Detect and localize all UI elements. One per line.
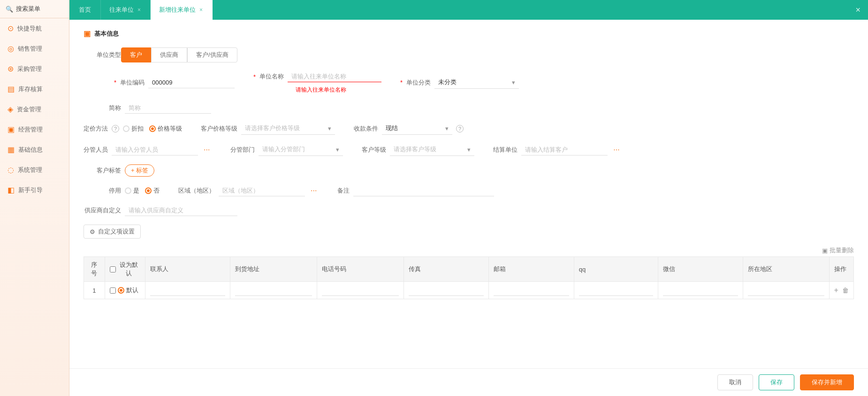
payment-terms-chevron: ▾ bbox=[445, 125, 449, 132]
row-wechat bbox=[658, 282, 743, 299]
dept-chevron: ▾ bbox=[336, 146, 339, 153]
sidebar-search[interactable]: 🔍 搜索菜单 bbox=[0, 0, 69, 18]
sidebar-item-inventory[interactable]: ▤ 库存核算 bbox=[0, 79, 69, 99]
sidebar-item-finance[interactable]: ◈ 资金管理 bbox=[0, 99, 69, 119]
sidebar-item-label: 采购管理 bbox=[17, 65, 42, 73]
sidebar-item-purchase[interactable]: ⊛ 采购管理 bbox=[0, 59, 69, 79]
pricing-discount-circle bbox=[123, 125, 129, 132]
payment-terms-select[interactable]: 现结 ▾ bbox=[382, 122, 452, 135]
type-btn-both[interactable]: 客户/供应商 bbox=[187, 47, 237, 62]
payment-terms-help-icon[interactable]: ? bbox=[456, 125, 464, 132]
cancel-button[interactable]: 取消 bbox=[717, 374, 753, 390]
manager-ellipsis[interactable]: ··· bbox=[202, 146, 212, 154]
section-title: 基本信息 bbox=[94, 30, 119, 38]
tab-transactions-close[interactable]: × bbox=[137, 6, 142, 14]
dept-placeholder: 请输入分管部门 bbox=[262, 145, 305, 154]
pricing-level[interactable]: 价格等级 bbox=[149, 124, 182, 133]
row-disabled: 停用 是 否 区域（地区） ··· 备注 bbox=[84, 185, 854, 196]
region-table-input[interactable] bbox=[748, 285, 824, 296]
unit-name-group: * 单位名称 请输入往来单位名称 bbox=[253, 71, 381, 94]
address-input[interactable] bbox=[235, 285, 312, 296]
fax-input[interactable] bbox=[409, 285, 484, 296]
supplier-custom-input[interactable] bbox=[125, 205, 237, 216]
row-manager: 分管人员 ··· 分管部门 请输入分管部门 ▾ 客户等级 请选择客户等级 ▾ 结… bbox=[84, 143, 854, 156]
customer-level-select[interactable]: 请选择客户等级 ▾ bbox=[390, 143, 474, 156]
batch-delete-label[interactable]: 批量删除 bbox=[830, 246, 854, 255]
tab-new-transaction[interactable]: 新增往来单位 × bbox=[151, 0, 213, 20]
remark-input[interactable] bbox=[353, 185, 494, 196]
row-fax bbox=[404, 282, 489, 299]
region-input[interactable] bbox=[219, 185, 305, 196]
row-tag: 客户标签 + 标签 bbox=[84, 164, 854, 177]
manager-input[interactable] bbox=[112, 144, 198, 155]
phone-input[interactable] bbox=[322, 285, 399, 296]
wechat-input[interactable] bbox=[663, 285, 738, 296]
row-phone bbox=[317, 282, 404, 299]
unit-code-label-text: 单位编码 bbox=[120, 78, 145, 87]
sidebar-item-base-info[interactable]: ▦ 基础信息 bbox=[0, 140, 69, 160]
remark-label: 备注 bbox=[337, 186, 350, 195]
tab-transactions[interactable]: 往来单位 × bbox=[101, 0, 151, 20]
pricing-discount[interactable]: 折扣 bbox=[123, 124, 144, 133]
quick-nav-icon: ⊙ bbox=[8, 24, 14, 33]
row-default-radio[interactable]: 默认 bbox=[118, 286, 138, 295]
type-btn-supplier[interactable]: 供应商 bbox=[151, 47, 187, 62]
row-checkbox[interactable] bbox=[110, 287, 116, 294]
qq-input[interactable] bbox=[579, 285, 653, 296]
unit-type-row: 单位类型 客户 供应商 客户/供应商 bbox=[84, 47, 854, 62]
customer-level-group: 客户等级 请选择客户等级 ▾ bbox=[362, 143, 474, 156]
save-button[interactable]: 保存 bbox=[759, 374, 794, 390]
col-qq: qq bbox=[574, 257, 658, 282]
row-email bbox=[489, 282, 574, 299]
remark-group: 备注 bbox=[337, 185, 494, 196]
batch-delete-icon: ▣ bbox=[822, 247, 828, 254]
sidebar-item-guide[interactable]: ◧ 新手引导 bbox=[0, 180, 69, 200]
purchase-icon: ⊛ bbox=[8, 64, 14, 73]
manager-label: 分管人员 bbox=[84, 146, 108, 154]
section-header: ▣ 基本信息 bbox=[84, 29, 854, 38]
sidebar-item-operations[interactable]: ▣ 经营管理 bbox=[0, 119, 69, 140]
region-ellipsis[interactable]: ··· bbox=[309, 186, 319, 195]
disabled-group: 停用 是 否 bbox=[84, 186, 160, 195]
customer-price-group: 客户价格等级 请选择客户价格等级 ▾ bbox=[201, 122, 335, 135]
settlement-ellipsis[interactable]: ··· bbox=[611, 146, 621, 154]
finance-icon: ◈ bbox=[8, 105, 13, 114]
tab-home[interactable]: 首页 bbox=[69, 0, 101, 20]
delete-row-btn[interactable]: 🗑 bbox=[842, 287, 849, 294]
col-email: 邮箱 bbox=[489, 257, 574, 282]
type-btn-customer[interactable]: 客户 bbox=[121, 47, 151, 62]
customer-price-select[interactable]: 请选择客户价格等级 ▾ bbox=[241, 122, 335, 135]
add-row-btn[interactable]: + bbox=[834, 286, 838, 295]
custom-settings-button[interactable]: ⚙ 自定义项设置 bbox=[84, 225, 141, 239]
add-tag-button[interactable]: + 标签 bbox=[125, 164, 154, 177]
settlement-group: 结算单位 ··· bbox=[493, 144, 621, 155]
tab-bar-close-all[interactable]: × bbox=[848, 5, 868, 15]
unit-category-select[interactable]: 未分类 ▾ bbox=[434, 76, 519, 89]
sidebar-item-sales[interactable]: ◎ 销售管理 bbox=[0, 39, 69, 59]
payment-terms-value: 现结 bbox=[386, 124, 398, 132]
disabled-yes[interactable]: 是 bbox=[125, 186, 139, 195]
disabled-no[interactable]: 否 bbox=[145, 186, 160, 195]
sidebar-item-quick-nav[interactable]: ⊙ 快捷导航 bbox=[0, 18, 69, 39]
custom-settings-row: ⚙ 自定义项设置 bbox=[84, 225, 854, 244]
contacts-table: 序号 设为默认 联系人 到货地址 电话号码 传真 邮箱 qq 微信 所在地区 bbox=[84, 256, 854, 299]
pricing-help-icon[interactable]: ? bbox=[112, 125, 119, 132]
operations-icon: ▣ bbox=[8, 125, 15, 134]
contact-input[interactable] bbox=[150, 285, 225, 296]
row-codes: * 单位编码 * 单位名称 请输入往来单位名称 * 单位分类 未分类 bbox=[84, 71, 854, 94]
unit-name-input[interactable] bbox=[288, 71, 381, 82]
supplier-custom-label: 供应商自定义 bbox=[84, 206, 121, 215]
sidebar-item-label: 基础信息 bbox=[18, 146, 43, 154]
select-all-checkbox[interactable] bbox=[110, 266, 116, 272]
batch-delete-row: ▣ 批量删除 bbox=[84, 246, 854, 255]
email-input[interactable] bbox=[494, 285, 569, 296]
abbr-input[interactable] bbox=[125, 102, 211, 114]
tab-new-transaction-close[interactable]: × bbox=[198, 6, 204, 14]
sidebar-item-sys[interactable]: ◌ 系统管理 bbox=[0, 160, 69, 180]
save-new-button[interactable]: 保存并新增 bbox=[800, 374, 854, 390]
row-abbr: 简称 bbox=[84, 102, 854, 114]
sidebar: 🔍 搜索菜单 ⊙ 快捷导航 ◎ 销售管理 ⊛ 采购管理 ▤ 库存核算 ◈ 资金管… bbox=[0, 0, 69, 396]
settlement-input[interactable] bbox=[521, 144, 608, 155]
dept-select[interactable]: 请输入分管部门 ▾ bbox=[259, 143, 343, 156]
unit-code-input[interactable] bbox=[148, 77, 235, 88]
